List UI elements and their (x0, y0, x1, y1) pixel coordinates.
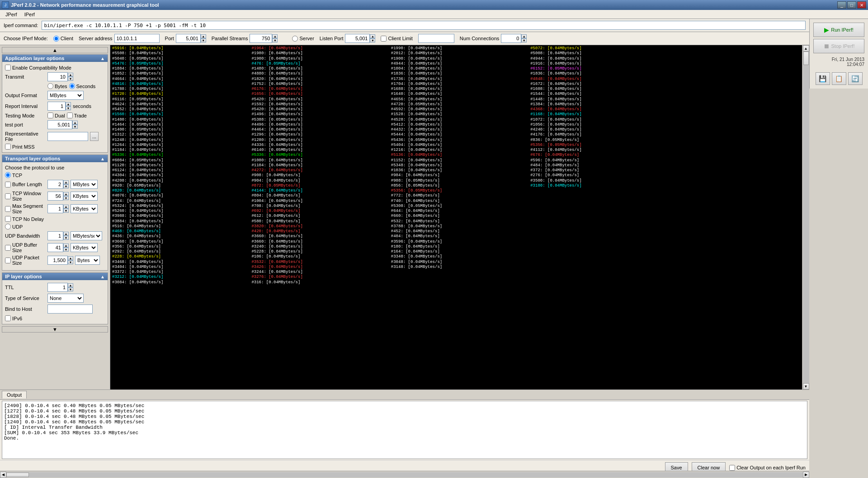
client-mode-radio[interactable]: Client (53, 36, 73, 42)
ipv6-checkbox[interactable]: IPv6 (5, 315, 105, 321)
udp-packet-check[interactable] (5, 258, 11, 263)
output-tab[interactable]: Output (2, 391, 27, 398)
client-limit-check[interactable] (381, 36, 387, 42)
dual-checkbox[interactable]: Dual (47, 112, 65, 118)
num-connections-input[interactable] (501, 34, 521, 43)
refresh-icon-button[interactable]: 🔄 (848, 72, 863, 85)
ipv6-check[interactable] (5, 315, 11, 321)
udp-buffer-checkbox[interactable]: UDP Buffer Size (5, 242, 46, 253)
transmit-input[interactable] (47, 72, 68, 81)
trade-checkbox[interactable]: Trade (67, 112, 87, 118)
udp-buffer-unit-select[interactable]: KBytesMBytesBytes (71, 243, 98, 252)
menu-iperf[interactable]: IPerf (21, 11, 38, 18)
buffer-length-unit-select[interactable]: MBytesKBytesBytes (71, 180, 98, 189)
tcp-radio[interactable]: TCP (5, 172, 105, 178)
seconds-radio-input[interactable] (69, 83, 75, 89)
tcp-radio-input[interactable] (5, 172, 11, 178)
bytes-radio-input[interactable] (47, 83, 53, 89)
tcp-window-unit-select[interactable]: KBytesMBytesBytes (71, 192, 98, 201)
port-input[interactable] (176, 34, 201, 43)
rep-file-input[interactable] (47, 132, 88, 141)
report-spin-up[interactable]: ▲ (66, 102, 71, 106)
bytes-radio[interactable]: Bytes (47, 83, 67, 89)
listen-port-input[interactable] (345, 34, 370, 43)
save-icon-button[interactable]: 💾 (816, 72, 830, 85)
clear-each-run-checkbox[interactable]: Clear Output on each Iperf Run (729, 465, 806, 471)
numconn-spin-down[interactable]: ▼ (521, 38, 527, 42)
testport-spin-down[interactable]: ▼ (72, 125, 78, 129)
output-format-select[interactable]: MBytes Bytes KBytes GBytes (47, 91, 84, 100)
tcp-no-delay-checkbox[interactable]: TCP No Delay (5, 216, 105, 222)
maxseg-spin-down[interactable]: ▼ (63, 209, 69, 213)
ip-layer-toggle[interactable]: ▲ (100, 274, 105, 279)
print-mss-check[interactable] (5, 144, 11, 150)
print-mss-checkbox[interactable]: Print MSS (5, 144, 105, 150)
udp-buffer-check[interactable] (5, 245, 11, 251)
udppkt-spin-down[interactable]: ▼ (68, 260, 73, 264)
scroll-up-arrow[interactable]: ▲ (803, 45, 809, 52)
udppkt-spin-up[interactable]: ▲ (68, 256, 73, 260)
buflength-spin-down[interactable]: ▼ (63, 184, 69, 188)
server-address-input[interactable] (114, 34, 160, 43)
transport-layer-header[interactable]: Transport layer options ▲ (2, 155, 108, 162)
tcp-window-checkbox[interactable]: TCP Window Size (5, 191, 46, 202)
test-port-input[interactable] (47, 120, 72, 129)
testport-spin-up[interactable]: ▲ (72, 121, 78, 125)
ttl-input[interactable] (47, 283, 68, 292)
scroll-left-arrow[interactable]: ◀ (0, 472, 6, 478)
tcp-window-check[interactable] (5, 193, 11, 199)
client-limit-input[interactable] (418, 34, 454, 43)
max-segment-check[interactable] (5, 206, 11, 212)
tcpwin-spin-up[interactable]: ▲ (63, 192, 69, 196)
server-mode-radio[interactable]: Server (292, 36, 314, 42)
minimize-button[interactable]: _ (837, 1, 846, 9)
report-interval-input[interactable] (47, 102, 66, 111)
trade-check[interactable] (67, 112, 73, 118)
tcp-window-input[interactable] (47, 192, 63, 201)
udp-buffer-input[interactable] (47, 243, 63, 252)
close-button[interactable]: ✕ (857, 1, 866, 9)
udp-bandwidth-input[interactable] (47, 231, 63, 240)
udpbw-spin-up[interactable]: ▲ (63, 232, 69, 236)
udp-packet-checkbox[interactable]: UDP Packet Size (5, 255, 46, 266)
dual-check[interactable] (47, 112, 53, 118)
max-segment-unit-select[interactable]: KBytesMBytesBytes (71, 204, 98, 213)
buffer-length-check[interactable] (5, 182, 11, 187)
server-radio-input[interactable] (292, 36, 298, 42)
udpbuf-spin-down[interactable]: ▼ (63, 248, 69, 252)
enable-compat-check[interactable] (5, 65, 11, 70)
transmit-spin-up[interactable]: ▲ (68, 73, 73, 77)
buffer-length-input[interactable] (47, 180, 63, 189)
app-layer-toggle[interactable]: ▲ (100, 56, 105, 61)
horizontal-scrollbar[interactable]: ◀ ▶ (0, 471, 809, 478)
udpbuf-spin-up[interactable]: ▲ (63, 244, 69, 248)
tcpwin-spin-down[interactable]: ▼ (63, 196, 69, 200)
vertical-scrollbar[interactable]: ▲ ▼ (802, 45, 809, 389)
udp-packet-unit-select[interactable]: BytesKBytes (75, 256, 100, 265)
maximize-button[interactable]: □ (847, 1, 856, 9)
buflength-spin-up[interactable]: ▲ (63, 180, 69, 184)
listen-spin-up[interactable]: ▲ (370, 34, 375, 38)
max-segment-input[interactable] (47, 204, 63, 213)
report-spin-down[interactable]: ▼ (66, 106, 71, 110)
buffer-length-checkbox[interactable]: Buffer Length (5, 182, 46, 187)
port-spin-down[interactable]: ▼ (201, 38, 206, 42)
menu-jperf[interactable]: JPerf (2, 11, 21, 18)
scroll-thumb[interactable] (803, 52, 809, 65)
window-controls[interactable]: _ □ ✕ (837, 1, 866, 9)
ttl-spin-up[interactable]: ▲ (68, 283, 73, 287)
rep-file-browse[interactable]: ... (90, 132, 99, 141)
parallel-spin-up[interactable]: ▲ (272, 34, 278, 38)
ip-layer-header[interactable]: IP layer options ▲ (2, 273, 108, 280)
stop-iperf-button[interactable]: ⏹ Stop IPerf! (813, 39, 864, 53)
port-spin-up[interactable]: ▲ (201, 34, 206, 38)
scroll-down-arrow[interactable]: ▼ (803, 383, 809, 389)
copy-icon-button[interactable]: 📋 (832, 72, 846, 85)
scroll-up-button[interactable]: ▲ (2, 47, 108, 53)
clear-each-run-check[interactable] (729, 465, 735, 471)
scroll-right-arrow[interactable]: ▶ (803, 472, 809, 478)
run-iperf-button[interactable]: ▶ Run IPerf! (813, 23, 864, 37)
numconn-spin-up[interactable]: ▲ (521, 34, 527, 38)
max-segment-checkbox[interactable]: Max Segment Size (5, 203, 46, 214)
tcp-no-delay-check[interactable] (5, 216, 11, 222)
